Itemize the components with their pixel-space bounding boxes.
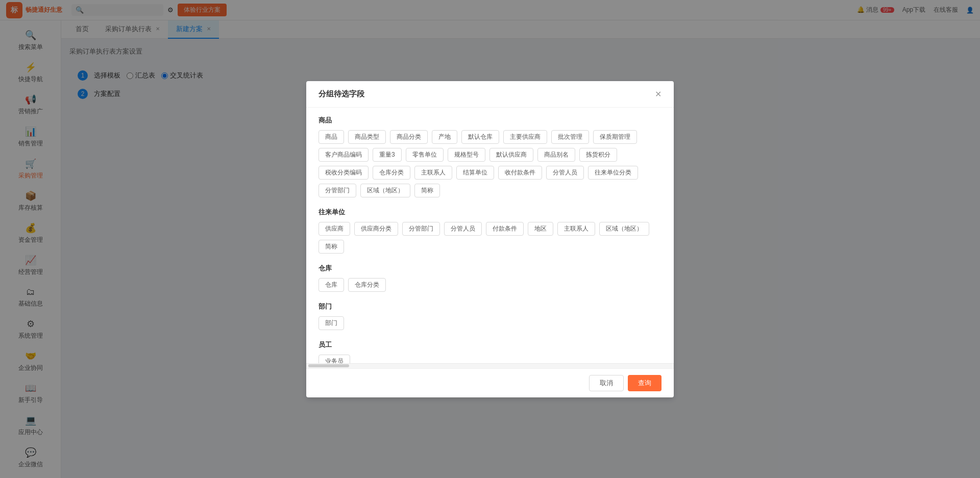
section-dept-tags: 部门 bbox=[318, 316, 662, 330]
field-tag[interactable]: 分管部门 bbox=[402, 222, 440, 236]
section-partner: 往来单位 供应商 供应商分类 分管部门 分管人员 付款条件 地区 主联系人 区域… bbox=[318, 208, 662, 254]
field-tag[interactable]: 仓库分类 bbox=[373, 166, 410, 180]
field-tag[interactable]: 商品别名 bbox=[537, 148, 575, 162]
field-tag[interactable]: 税收分类编码 bbox=[318, 166, 369, 180]
field-tag[interactable]: 主联系人 bbox=[557, 222, 595, 236]
field-tag[interactable]: 收付款条件 bbox=[498, 166, 542, 180]
section-warehouse: 仓库 仓库 仓库分类 bbox=[318, 264, 662, 292]
section-employee: 员工 业务员 bbox=[318, 340, 662, 364]
section-goods-tags: 商品 商品类型 商品分类 产地 默认仓库 主要供应商 批次管理 保质期管理 客户… bbox=[318, 130, 662, 197]
field-tag[interactable]: 部门 bbox=[318, 316, 344, 330]
section-dept-title: 部门 bbox=[318, 302, 662, 311]
field-tag[interactable]: 批次管理 bbox=[551, 130, 589, 144]
modal-confirm-btn[interactable]: 查询 bbox=[628, 375, 662, 391]
field-tag[interactable]: 供应商 bbox=[318, 222, 350, 236]
section-dept: 部门 部门 bbox=[318, 302, 662, 330]
field-tag[interactable]: 分管人员 bbox=[546, 166, 584, 180]
section-employee-title: 员工 bbox=[318, 340, 662, 349]
field-tag[interactable]: 分管人员 bbox=[444, 222, 482, 236]
field-tag[interactable]: 商品分类 bbox=[390, 130, 428, 144]
field-tag[interactable]: 区域（地区） bbox=[360, 184, 410, 197]
section-partner-tags: 供应商 供应商分类 分管部门 分管人员 付款条件 地区 主联系人 区域（地区） … bbox=[318, 222, 662, 254]
field-tag[interactable]: 商品类型 bbox=[348, 130, 386, 144]
field-tag[interactable]: 保质期管理 bbox=[593, 130, 637, 144]
hscrollbar-thumb[interactable] bbox=[308, 364, 349, 367]
section-warehouse-title: 仓库 bbox=[318, 264, 662, 273]
section-goods: 商品 商品 商品类型 商品分类 产地 默认仓库 主要供应商 批次管理 保质期管理… bbox=[318, 116, 662, 197]
field-tag[interactable]: 供应商分类 bbox=[354, 222, 398, 236]
field-tag[interactable]: 结算单位 bbox=[456, 166, 494, 180]
field-select-modal: 分组待选字段 ✕ 商品 商品 商品类型 商品分类 产地 默认仓库 主要供应商 批… bbox=[306, 81, 674, 397]
field-tag[interactable]: 默认供应商 bbox=[489, 148, 533, 162]
field-tag[interactable]: 简称 bbox=[414, 184, 440, 197]
field-tag[interactable]: 往来单位分类 bbox=[588, 166, 638, 180]
field-tag[interactable]: 零售单位 bbox=[406, 148, 444, 162]
modal-close-btn[interactable]: ✕ bbox=[655, 89, 662, 99]
modal-footer: 取消 查询 bbox=[306, 368, 674, 397]
field-tag[interactable]: 仓库 bbox=[318, 278, 344, 292]
field-tag[interactable]: 简称 bbox=[318, 240, 344, 254]
field-tag[interactable]: 地区 bbox=[528, 222, 553, 236]
field-tag[interactable]: 分管部门 bbox=[318, 184, 356, 197]
field-tag[interactable]: 业务员 bbox=[318, 355, 350, 364]
modal-body[interactable]: 商品 商品 商品类型 商品分类 产地 默认仓库 主要供应商 批次管理 保质期管理… bbox=[306, 108, 674, 364]
field-tag[interactable]: 产地 bbox=[432, 130, 457, 144]
field-tag[interactable]: 区域（地区） bbox=[599, 222, 649, 236]
field-tag[interactable]: 主联系人 bbox=[414, 166, 452, 180]
modal-header: 分组待选字段 ✕ bbox=[306, 81, 674, 108]
section-warehouse-tags: 仓库 仓库分类 bbox=[318, 278, 662, 292]
field-tag[interactable]: 仓库分类 bbox=[348, 278, 386, 292]
field-tag[interactable]: 付款条件 bbox=[486, 222, 524, 236]
modal-cancel-btn[interactable]: 取消 bbox=[589, 375, 624, 391]
modal-overlay: 分组待选字段 ✕ 商品 商品 商品类型 商品分类 产地 默认仓库 主要供应商 批… bbox=[0, 0, 980, 478]
field-tag[interactable]: 商品 bbox=[318, 130, 344, 144]
field-tag[interactable]: 客户商品编码 bbox=[318, 148, 369, 162]
modal-hscrollbar[interactable] bbox=[306, 363, 674, 368]
modal-title: 分组待选字段 bbox=[318, 89, 364, 99]
field-tag[interactable]: 拣货积分 bbox=[579, 148, 617, 162]
section-partner-title: 往来单位 bbox=[318, 208, 662, 217]
field-tag[interactable]: 规格型号 bbox=[448, 148, 485, 162]
section-goods-title: 商品 bbox=[318, 116, 662, 125]
section-employee-tags: 业务员 bbox=[318, 355, 662, 364]
field-tag[interactable]: 默认仓库 bbox=[461, 130, 499, 144]
field-tag[interactable]: 重量3 bbox=[373, 148, 402, 162]
field-tag[interactable]: 主要供应商 bbox=[503, 130, 547, 144]
